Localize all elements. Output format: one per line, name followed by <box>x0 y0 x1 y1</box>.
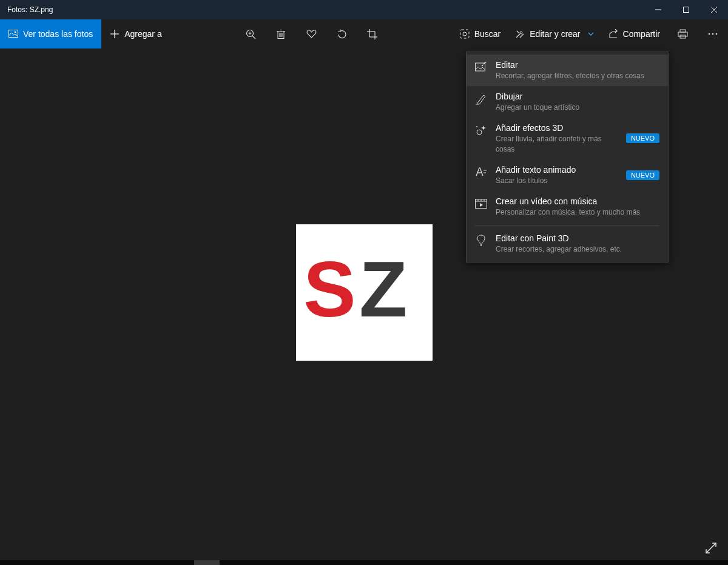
svg-line-24 <box>516 34 520 38</box>
edit-create-menu: Editar Recortar, agregar filtros, efecto… <box>466 52 669 262</box>
svg-point-46 <box>476 126 477 127</box>
svg-rect-22 <box>460 30 469 38</box>
svg-point-26 <box>520 32 522 34</box>
add-to-button[interactable]: Agregar a <box>101 19 170 48</box>
share-button[interactable]: Compartir <box>601 19 667 48</box>
titlebar: Fotos: SZ.png <box>0 0 728 19</box>
menu-item-video-music[interactable]: Crear un vídeo con música Personalizar c… <box>467 191 668 222</box>
toolbar: Ver todas las fotos Agregar a <box>0 19 728 48</box>
delete-button[interactable] <box>266 19 296 48</box>
svg-point-31 <box>709 33 710 35</box>
menu-item-title: Editar <box>496 59 659 70</box>
menu-item-3d-effects[interactable]: Añadir efectos 3D Crear lluvia, añadir c… <box>467 118 668 159</box>
menu-separator <box>475 225 659 226</box>
menu-item-desc: Agregar un toque artístico <box>496 102 659 113</box>
svg-rect-28 <box>680 30 686 32</box>
crop-icon <box>367 29 377 39</box>
fullscreen-button[interactable] <box>705 542 717 554</box>
menu-item-desc: Crear lluvia, añadir confeti y más cosas <box>496 134 618 155</box>
menu-item-desc: Sacar los títulos <box>496 176 618 186</box>
taskbar-peek <box>0 560 728 565</box>
svg-marker-54 <box>480 203 483 207</box>
heart-icon <box>306 29 317 39</box>
favorite-button[interactable] <box>296 19 326 48</box>
chevron-down-icon <box>588 32 594 36</box>
svg-point-45 <box>477 130 482 135</box>
crop-button[interactable] <box>357 19 387 48</box>
trash-icon <box>276 29 286 39</box>
magnifier-plus-icon <box>246 29 256 39</box>
search-button[interactable]: Buscar <box>453 19 508 48</box>
svg-rect-29 <box>678 32 687 36</box>
svg-point-33 <box>716 33 718 35</box>
sparkle-icon <box>475 124 487 136</box>
svg-line-9 <box>252 36 255 39</box>
menu-item-desc: Personalizar con música, texto y mucho m… <box>496 207 659 218</box>
menu-item-title: Editar con Paint 3D <box>496 233 659 244</box>
pen-icon <box>475 93 487 105</box>
rotate-icon <box>337 29 347 39</box>
menu-item-desc: Recortar, agregar filtros, efectos y otr… <box>496 71 659 81</box>
menu-item-title: Crear un vídeo con música <box>496 196 659 207</box>
share-icon <box>608 29 618 39</box>
video-icon <box>475 198 487 210</box>
window-title: Fotos: SZ.png <box>7 5 53 14</box>
svg-point-42 <box>482 65 483 66</box>
menu-item-animated-text[interactable]: Añadir texto animado Sacar los títulos N… <box>467 159 668 191</box>
search-label: Buscar <box>474 29 501 39</box>
menu-item-title: Dibujar <box>496 91 659 102</box>
svg-point-23 <box>463 32 467 36</box>
menu-item-draw[interactable]: Dibujar Agregar un toque artístico <box>467 86 668 118</box>
image-content: S Z <box>296 224 433 361</box>
new-badge: NUEVO <box>626 133 659 143</box>
svg-line-55 <box>706 543 716 553</box>
edit-create-button[interactable]: Editar y crear <box>508 19 601 48</box>
svg-text:S: S <box>303 256 353 329</box>
share-label: Compartir <box>623 29 660 39</box>
window-controls <box>644 0 728 19</box>
svg-rect-1 <box>684 7 689 13</box>
svg-text:Z: Z <box>359 256 405 329</box>
print-icon <box>678 29 688 39</box>
edit-create-label: Editar y crear <box>530 29 580 39</box>
view-all-photos-label: Ver todas las fotos <box>23 29 93 39</box>
photo-icon <box>8 29 18 39</box>
zoom-button[interactable] <box>235 19 266 48</box>
svg-line-25 <box>520 34 524 38</box>
edit-image-icon <box>475 61 487 73</box>
ellipsis-icon <box>708 33 718 35</box>
visual-search-icon <box>460 29 470 39</box>
minimize-button[interactable] <box>644 0 672 19</box>
svg-point-5 <box>15 32 16 33</box>
svg-line-27 <box>517 31 519 33</box>
menu-item-title: Añadir efectos 3D <box>496 122 618 133</box>
rotate-button[interactable] <box>326 19 357 48</box>
svg-point-32 <box>712 33 714 35</box>
plus-icon <box>110 29 120 39</box>
view-all-photos-button[interactable]: Ver todas las fotos <box>0 19 101 48</box>
paint3d-icon <box>475 235 487 247</box>
svg-rect-4 <box>9 30 18 38</box>
new-badge: NUEVO <box>626 170 659 180</box>
add-to-label: Agregar a <box>124 29 161 39</box>
text-icon <box>475 166 487 178</box>
menu-item-edit[interactable]: Editar Recortar, agregar filtros, efecto… <box>467 55 668 86</box>
menu-item-title: Añadir texto animado <box>496 164 618 175</box>
maximize-button[interactable] <box>672 0 700 19</box>
more-button[interactable] <box>698 19 728 48</box>
print-button[interactable] <box>667 19 698 48</box>
menu-item-desc: Crear recortes, agregar adhesivos, etc. <box>496 244 659 255</box>
edit-tools-icon <box>515 29 525 39</box>
close-button[interactable] <box>700 0 728 19</box>
menu-item-paint3d[interactable]: Editar con Paint 3D Crear recortes, agre… <box>467 228 668 259</box>
